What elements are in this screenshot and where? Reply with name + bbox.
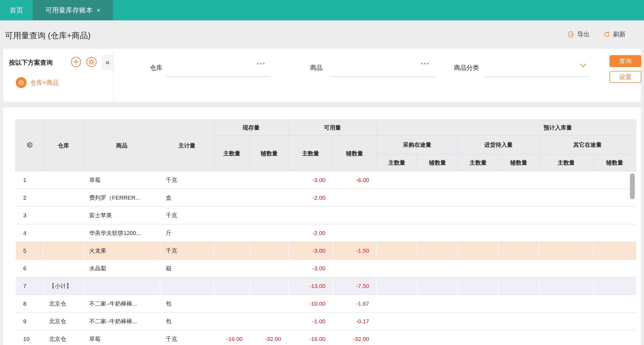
table-row[interactable]: 1 草莓 千克 -3.00 -6.00 (16, 171, 636, 189)
product-more-icon[interactable]: ••• (421, 61, 430, 67)
cell-incoming-main (458, 242, 498, 259)
table-row[interactable]: 3 富士苹果 千克 (16, 206, 636, 224)
chevron-down-icon[interactable] (579, 63, 588, 69)
add-scheme-icon[interactable] (71, 57, 81, 67)
cell-purchase-aux (417, 277, 458, 295)
cell-product: 富士苹果 (84, 206, 160, 224)
panel-divider (113, 49, 114, 102)
cell-stock-main (214, 295, 250, 312)
table-row[interactable]: 10 北京仓 草莓 千克 -16.00 -32.00 -16.00 -32.00 (16, 330, 636, 345)
settings-button[interactable]: 设置 (610, 71, 641, 83)
collapse-panel-button[interactable]: « (102, 55, 113, 70)
cell-purchase-aux (417, 242, 458, 259)
cell-stock-aux (250, 224, 289, 242)
header-group-on-hand: 现存量 (214, 120, 289, 136)
category-select[interactable] (485, 64, 589, 77)
cell-warehouse (43, 259, 84, 277)
filter-panel: 按以下方案查询 « 仓库+商品 仓库 ••• 商品 ••• 商品分类 查询 设置 (3, 49, 641, 102)
header-purchase-main: 主数量 (377, 154, 417, 171)
cell-incoming-main (458, 189, 498, 206)
header-product: 商品 (84, 120, 160, 171)
query-button[interactable]: 查询 (610, 55, 641, 67)
scheme-settings-icon[interactable] (86, 57, 97, 67)
scheme-item-warehouse-product[interactable]: 仓库+商品 (16, 77, 59, 88)
cell-available-main (289, 206, 333, 224)
header-incoming-aux: 辅数量 (498, 154, 539, 171)
table-row[interactable]: 8 北京仓 不二家–牛奶棒棒... 包 -10.00 -1.67 (16, 295, 636, 312)
vertical-scrollbar-thumb[interactable] (630, 173, 635, 199)
cell-unit: 箱 (160, 259, 214, 277)
refresh-label: 刷新 (613, 30, 626, 39)
cell-purchase-main (377, 330, 417, 345)
cell-stock-aux (250, 206, 289, 224)
close-icon[interactable]: × (96, 7, 100, 14)
cell-other-aux (594, 242, 636, 259)
scheme-heading: 按以下方案查询 (9, 58, 53, 67)
cell-unit: 千克 (160, 330, 214, 345)
cell-product: 水晶梨 (84, 259, 160, 277)
cell-available-main: -3.00 (289, 242, 333, 259)
cell-purchase-aux (417, 189, 458, 206)
cell-stock-aux (250, 259, 289, 277)
cell-stock-aux (250, 189, 289, 206)
table-row[interactable]: 2 费列罗（FERRER... 盒 -2.00 (16, 189, 636, 206)
cell-available-aux (333, 224, 377, 242)
cell-purchase-main (377, 295, 417, 312)
cell-other-aux (594, 259, 636, 277)
row-number: 5 (16, 242, 43, 259)
warehouse-input[interactable] (166, 64, 270, 77)
cell-stock-aux (250, 242, 289, 259)
title-bar: 可用量查询 (仓库+商品) 导出 刷新 (0, 20, 644, 49)
table-row[interactable]: 5 火龙果 千克 -3.00 -1.50 (16, 242, 636, 259)
cell-other-aux (594, 189, 636, 206)
cell-incoming-aux (498, 330, 539, 345)
export-icon (567, 31, 575, 38)
cell-stock-aux (250, 171, 289, 189)
cell-other-aux (594, 330, 636, 345)
cell-product: 不二家–牛奶棒棒... (84, 295, 160, 312)
cell-other-aux (594, 295, 636, 312)
cell-available-main: -2.00 (289, 189, 333, 206)
cell-available-main: -3.00 (289, 259, 333, 277)
table-row[interactable]: 4 华美华夫软饼1200... 斤 -2.00 (16, 224, 636, 242)
header-incoming-main: 主数量 (458, 154, 498, 171)
collapse-icon: « (105, 58, 110, 66)
cell-stock-aux (250, 295, 289, 312)
cell-available-aux: -6.00 (333, 171, 377, 189)
cell-stock-aux (250, 312, 289, 330)
tab-home[interactable]: 首页 (0, 0, 33, 20)
cell-unit: 千克 (160, 206, 214, 224)
table-row[interactable]: 9 北京仓 不二家–牛奶棒棒... 包 -1.00 -0.17 (16, 312, 636, 330)
export-button[interactable]: 导出 (567, 30, 590, 39)
table-row[interactable]: 6 水晶梨 箱 -3.00 (16, 259, 636, 277)
cell-purchase-main (377, 171, 417, 189)
row-number: 6 (16, 259, 43, 277)
cell-incoming-main (458, 206, 498, 224)
table-body: 1 草莓 千克 -3.00 -6.00 2 费列罗（FERRER... 盒 -2… (16, 171, 636, 345)
table-row[interactable]: 7 【小计】 -13.00 -7.50 (16, 277, 636, 295)
tab-available-ledger[interactable]: 可用量库存账本 × (33, 0, 113, 20)
cell-warehouse: 北京仓 (43, 330, 84, 345)
cell-available-main: -1.00 (289, 312, 333, 330)
header-group-available: 可用量 (289, 120, 377, 136)
cell-available-main: -16.00 (289, 330, 333, 345)
header-group-other-transit: 其它在途量 (539, 136, 636, 154)
refresh-icon (603, 31, 611, 38)
cell-product: 不二家–牛奶棒棒... (84, 312, 160, 330)
cell-available-aux: -1.67 (333, 295, 377, 312)
cell-purchase-aux (417, 206, 458, 224)
cell-stock-main (214, 206, 250, 224)
warehouse-more-icon[interactable]: ••• (257, 61, 266, 67)
cell-stock-main (214, 224, 250, 242)
product-input[interactable] (330, 64, 435, 77)
product-filter-label: 商品 (310, 64, 323, 72)
cell-purchase-aux (417, 295, 458, 312)
column-settings-header[interactable] (16, 120, 43, 171)
header-available-main: 主数量 (289, 136, 333, 171)
cell-product: 草莓 (84, 330, 160, 345)
cell-unit: 斤 (160, 224, 214, 242)
header-on-hand-main: 主数量 (214, 136, 250, 171)
cell-purchase-aux (417, 224, 458, 242)
refresh-button[interactable]: 刷新 (603, 30, 626, 39)
cell-available-aux (333, 206, 377, 224)
